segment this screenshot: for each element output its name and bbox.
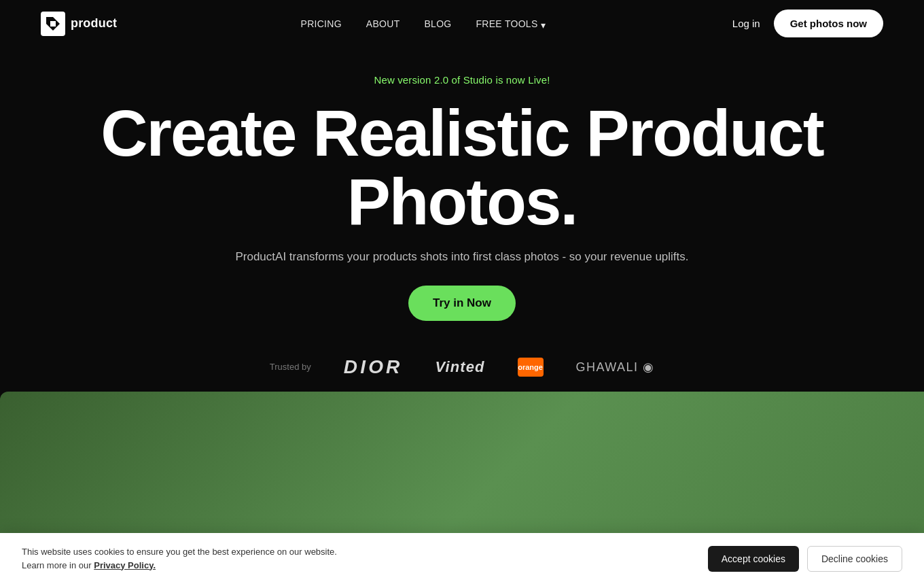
accept-cookies-button[interactable]: Accept cookies (708, 546, 799, 572)
nav-actions: Log in Get photos now (732, 10, 883, 37)
get-photos-button[interactable]: Get photos now (774, 10, 883, 37)
brand-ghawali: GHAWALI ◉ (576, 360, 655, 375)
navigation: product PRICING ABOUT BLOG FREE TOOLS ▾ … (0, 0, 924, 47)
hero-title: Create Realistic Product Photos. (14, 99, 910, 237)
decline-cookies-button[interactable]: Decline cookies (807, 546, 902, 572)
trusted-by-section: Trusted by DIOR Vinted orange GHAWALI ◉ (0, 334, 924, 392)
login-button[interactable]: Log in (732, 18, 760, 29)
nav-links: PRICING ABOUT BLOG FREE TOOLS ▾ (301, 18, 549, 29)
brand-vinted: Vinted (436, 358, 485, 376)
nav-blog[interactable]: BLOG (425, 18, 452, 29)
trusted-by-label: Trusted by (270, 362, 311, 372)
logo-text: product (71, 16, 117, 31)
brand-dior: DIOR (344, 356, 403, 378)
nav-pricing[interactable]: PRICING (301, 18, 342, 29)
hero-section: New version 2.0 of Studio is now Live! C… (0, 47, 924, 334)
privacy-policy-link[interactable]: Privacy Policy. (94, 560, 156, 570)
cookie-learn-more: Learn more in our Privacy Policy. (22, 560, 156, 570)
brand-orange: orange (518, 358, 544, 377)
hero-subtitle: ProductAI transforms your products shots… (14, 250, 910, 264)
logo-icon (41, 12, 65, 36)
nav-free-tools[interactable]: FREE TOOLS ▾ (476, 18, 549, 29)
try-now-button[interactable]: Try in Now (408, 286, 516, 321)
cookie-banner: This website uses cookies to ensure you … (0, 533, 924, 584)
cookie-text: This website uses cookies to ensure you … (22, 545, 694, 572)
cookie-actions: Accept cookies Decline cookies (708, 546, 902, 572)
logo[interactable]: product (41, 12, 117, 36)
chevron-down-icon: ▾ (541, 20, 549, 28)
nav-about[interactable]: ABOUT (366, 18, 400, 29)
announcement-text: New version 2.0 of Studio is now Live! (14, 74, 910, 86)
